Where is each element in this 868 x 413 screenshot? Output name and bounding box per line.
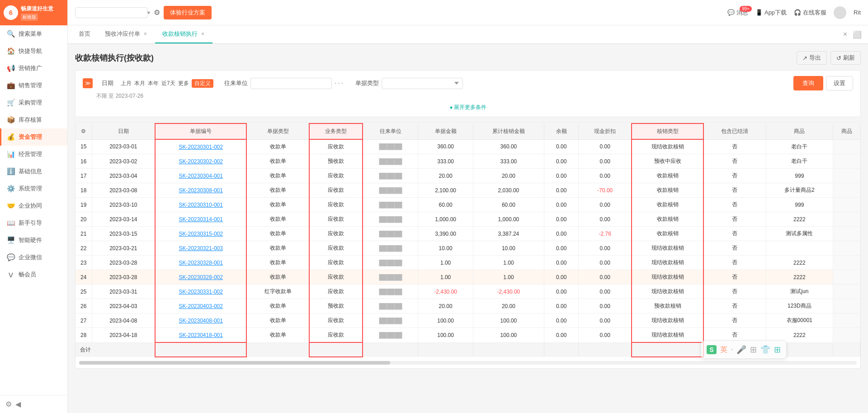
tab-home[interactable]: 首页	[71, 25, 98, 43]
close-window-btn[interactable]: ×	[840, 30, 850, 38]
sidebar-item-search[interactable]: 🔍 搜索菜单	[0, 25, 67, 43]
table-row: 19 2023-03-10 SK-20230310-001 收款单 应收款 ██…	[75, 198, 860, 212]
sn-link[interactable]: SK-20230408-001	[179, 318, 222, 324]
th-date[interactable]: 日期	[92, 123, 155, 139]
sn-link[interactable]: SK-20230315-002	[179, 231, 222, 237]
sidebar-item-member[interactable]: V 畅会员	[0, 266, 67, 283]
table-scroll-thumb[interactable]	[79, 361, 390, 365]
sidebar-icon-corp: 🤝	[7, 202, 15, 210]
date-link-lastmonth[interactable]: 上月	[121, 80, 132, 87]
sn-link[interactable]: SK-20230418-001	[179, 332, 222, 338]
logo-text: 畅康道好生意 标推版	[21, 5, 53, 21]
solution-button[interactable]: 体验行业方案	[164, 6, 212, 19]
th-settings[interactable]: ⚙	[75, 123, 92, 139]
sn-link[interactable]: SK-20230321-003	[179, 245, 222, 252]
date-link-more[interactable]: 更多	[178, 80, 189, 87]
table-scroll-area[interactable]: ⚙ 日期 单据编号 单据类型 业务类型 往来单位 单据金额 累计核销金额 余额 …	[75, 123, 860, 357]
th-sn[interactable]: 单据编号	[155, 123, 246, 139]
th-cash-disc[interactable]: 现金折扣	[579, 123, 632, 139]
table-row: 25 2023-03-31 SK-20230331-002 红字收款单 应收款 …	[75, 285, 860, 299]
filter-party-input[interactable]	[250, 78, 332, 89]
sn-link[interactable]: SK-20230328-001	[179, 260, 222, 266]
th-party[interactable]: 往来单位	[363, 123, 418, 139]
sidebar-item-finance[interactable]: 💰 资金管理	[0, 128, 67, 146]
td-party: ██████	[363, 154, 418, 169]
date-link-thismonth[interactable]: 本月	[134, 80, 145, 87]
sidebar-item-marketing[interactable]: 📢 营销推广	[0, 60, 67, 77]
tab-verify[interactable]: 收款核销执行 ×	[155, 25, 212, 43]
sn-link[interactable]: SK-20230403-002	[179, 303, 222, 309]
sn-link[interactable]: SK-20230310-001	[179, 202, 222, 208]
th-goods2[interactable]: 商品	[833, 123, 860, 139]
refresh-btn[interactable]: ↺ 刷新	[830, 51, 861, 65]
date-link-7days[interactable]: 近7天	[161, 80, 175, 87]
td-sn: SK-20230310-001	[155, 198, 246, 212]
user-avatar[interactable]	[834, 6, 846, 19]
sn-link[interactable]: SK-20230304-001	[179, 173, 222, 179]
messages-btn[interactable]: 💬 消息 99+	[727, 9, 748, 17]
tab-verify-close[interactable]: ×	[200, 31, 205, 37]
date-link-thisyear[interactable]: 本年	[148, 80, 159, 87]
th-biz-type[interactable]: 业务类型	[309, 123, 363, 139]
td-verify-type: 现结收款核销	[632, 285, 703, 299]
collapse-icon[interactable]: ◀	[15, 400, 21, 408]
settings-btn[interactable]: 设置	[826, 76, 853, 90]
th-goods[interactable]: 商品	[766, 123, 833, 139]
td-verify-type: 收款核销	[632, 227, 703, 241]
sidebar-item-hardware[interactable]: 🖥️ 智能硬件	[0, 232, 67, 249]
td-num: 20	[75, 212, 92, 227]
topbar-search-input[interactable]	[75, 7, 147, 18]
sidebar-label-hardware: 智能硬件	[19, 236, 42, 244]
sidebar-item-corp[interactable]: 🤝 企业协同	[0, 197, 67, 214]
sidebar-item-system[interactable]: ⚙️ 系统管理	[0, 180, 67, 197]
table-row: 15 2023-03-01 SK-20230301-002 收款单 应收款 ██…	[75, 139, 860, 154]
filter-expand-btn[interactable]: ≫	[83, 78, 93, 88]
th-voucher-type[interactable]: 单据类型	[246, 123, 309, 139]
sn-link[interactable]: SK-20230302-002	[179, 158, 222, 165]
td-included: 否	[703, 183, 766, 198]
td-included: 否	[703, 169, 766, 183]
topbar-gear-btn[interactable]: ⚙	[154, 8, 160, 17]
sn-link[interactable]: SK-20230314-001	[179, 216, 222, 223]
online-service-btn[interactable]: 🎧 在线客服	[794, 9, 826, 17]
sidebar-item-quicknav[interactable]: 🏠 快捷导航	[0, 43, 67, 60]
page-content: 收款核销执行(按收款) ↗ 导出 ↺ 刷新 ≫ 日期 上月 本月	[68, 44, 868, 413]
sn-link[interactable]: SK-20230301-002	[179, 144, 222, 150]
sidebar-item-basic[interactable]: ℹ️ 基础信息	[0, 163, 67, 180]
td-verify-type: 现结收款核销	[632, 139, 703, 154]
sidebar-item-guide[interactable]: 📖 新手引导	[0, 214, 67, 232]
tab-prepay-close[interactable]: ×	[143, 31, 148, 37]
th-verify-type[interactable]: 核销类型	[632, 123, 703, 139]
sidebar-item-sales[interactable]: 💼 销售管理	[0, 77, 67, 94]
sn-link[interactable]: SK-20230308-001	[179, 187, 222, 194]
td-cash-disc: 0.00	[579, 154, 632, 169]
sn-link[interactable]: SK-20230328-002	[179, 274, 222, 280]
filter-vouchertype-select[interactable]	[382, 78, 463, 89]
expand-conditions-btn[interactable]: ▾ 展开更多条件	[450, 104, 486, 111]
export-btn[interactable]: ↗ 导出	[797, 51, 827, 65]
th-included[interactable]: 包含已结清	[703, 123, 766, 139]
sidebar-item-purchase[interactable]: 🛒 采购管理	[0, 94, 67, 111]
topbar-dropdown-btn[interactable]: ▾	[147, 9, 150, 16]
app-download-btn[interactable]: 📱 App下载	[755, 9, 787, 17]
sidebar-item-operations[interactable]: 📊 经营管理	[0, 146, 67, 163]
td-amount: 60.00	[418, 198, 473, 212]
tab-prepay[interactable]: 预收冲应付单 ×	[98, 25, 155, 43]
date-custom-btn[interactable]: 自定义	[192, 79, 213, 88]
th-amount[interactable]: 单据金额	[418, 123, 473, 139]
th-verify-amount[interactable]: 累计核销金额	[473, 123, 544, 139]
settings-icon[interactable]: ⚙	[5, 400, 12, 408]
th-balance[interactable]: 余额	[544, 123, 579, 139]
query-btn[interactable]: 查询	[793, 76, 823, 90]
td-verify-type: 收款核销	[632, 198, 703, 212]
username-label[interactable]: Rit	[854, 9, 861, 16]
scrollbar-area[interactable]	[75, 357, 860, 368]
td-goods2	[833, 227, 860, 241]
sn-link[interactable]: SK-20230331-002	[179, 289, 222, 295]
td-sn: SK-20230301-002	[155, 139, 246, 154]
maximize-window-btn[interactable]: ⬜	[850, 30, 864, 39]
sidebar-item-inventory[interactable]: 📦 库存核算	[0, 111, 67, 128]
table-scroll-bar[interactable]	[79, 361, 857, 365]
sidebar-label-finance: 资金管理	[19, 133, 42, 141]
sidebar-item-wechat[interactable]: 💬 企业微信	[0, 249, 67, 266]
